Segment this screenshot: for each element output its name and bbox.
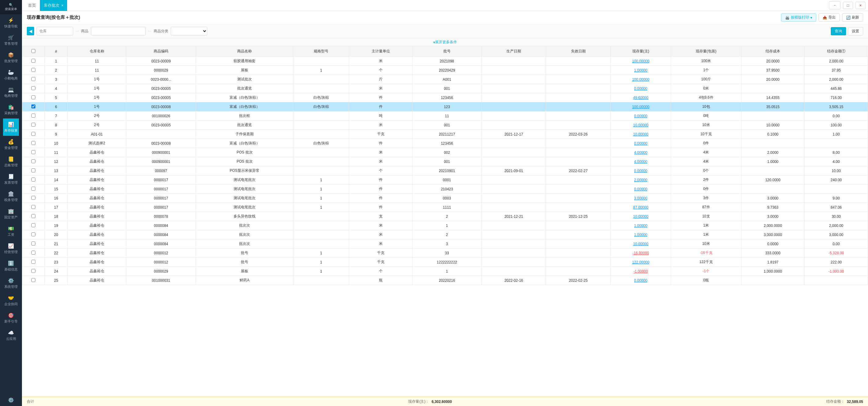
sidebar-settings[interactable]: ⚙️ (0, 394, 22, 406)
row-checkbox-6[interactable] (31, 113, 35, 117)
row-checkbox-3[interactable] (31, 86, 35, 90)
warehouse-filter[interactable] (37, 27, 73, 35)
sidebar-item-4[interactable]: 💻 电商管理 (3, 84, 19, 101)
row-checkbox-5[interactable] (31, 104, 35, 108)
table-row[interactable]: 14晶鑫裕仓0000017测试电笔批次1件00012.000002件120.00… (22, 175, 868, 184)
sidebar-item-12[interactable]: 💵 工资 (3, 223, 19, 240)
sidebar-item-11[interactable]: 🏢 固定资产 (3, 205, 19, 223)
filter-collapse-btn[interactable]: ◀ (27, 27, 34, 35)
table-row[interactable]: 51号0023-00005富减（白色/灰棕）白色/灰棕件12345649.600… (22, 93, 868, 102)
cell-qty-main-17[interactable]: 10.00000 (610, 212, 671, 221)
table-row[interactable]: 9A01-01子件保质期千克202112172021-12-172022-03-… (22, 130, 868, 139)
row-checkbox-21[interactable] (31, 251, 35, 255)
row-checkbox-20[interactable] (31, 241, 35, 245)
cell-qty-main-6[interactable]: 0.00000 (610, 111, 671, 121)
cell-qty-main-1[interactable]: 1.00000 (610, 66, 671, 75)
row-checkbox-14[interactable] (31, 187, 35, 191)
cell-qty-main-11[interactable]: 4.00000 (610, 157, 671, 166)
table-row[interactable]: 23晶鑫裕仓0000012批号1千克1222222222122.00000122… (22, 258, 868, 267)
table-row[interactable]: 72号001000026批次框吨110.000000吨0.00 (22, 111, 868, 121)
cell-checkbox-20[interactable] (22, 239, 45, 248)
cell-checkbox-3[interactable] (22, 84, 45, 93)
row-checkbox-9[interactable] (31, 141, 35, 145)
cell-checkbox-12[interactable] (22, 166, 45, 175)
cell-qty-main-8[interactable]: 10.00000 (610, 130, 671, 139)
cell-qty-main-5[interactable]: 100.00000 (610, 102, 671, 111)
cell-qty-main-15[interactable]: 3.00000 (610, 194, 671, 203)
window-close[interactable]: × (856, 2, 866, 9)
settings-btn[interactable]: 设置 (848, 27, 863, 35)
cell-qty-main-2[interactable]: 100.00000 (610, 75, 671, 84)
search-btn[interactable]: 查询 (831, 27, 846, 35)
sidebar-item-10[interactable]: 🏛️ 税务管理 (3, 188, 19, 205)
cell-qty-main-23[interactable]: -1.00000 (610, 267, 671, 276)
cell-checkbox-8[interactable] (22, 130, 45, 139)
table-row[interactable]: 18晶鑫裕仓0000078多头异色纹线支22021-12-212021-12-2… (22, 212, 868, 221)
sidebar-item-6[interactable]: 📊 库存核算 (3, 119, 19, 136)
table-row[interactable]: 19晶鑫裕仓0000084批次次米11.000001米2,000.00002,0… (22, 221, 868, 230)
export-btn[interactable]: 📤 导出 (818, 13, 840, 22)
sidebar-item-2[interactable]: 📦 批发管理 (3, 49, 19, 66)
cell-qty-main-16[interactable]: 87.00000 (610, 203, 671, 212)
cell-qty-main-7[interactable]: 10.00000 (610, 121, 671, 130)
cell-checkbox-19[interactable] (22, 230, 45, 239)
table-row[interactable]: 31号0023-0000...测试批次斤A001100.00000100斤20.… (22, 75, 868, 84)
cell-qty-main-4[interactable]: 49.60000 (610, 93, 671, 102)
window-minimize[interactable]: － (829, 1, 841, 9)
table-row[interactable]: 17晶鑫裕仓0000017测试电笔批次1件111187.0000087件9.73… (22, 203, 868, 212)
cell-qty-main-9[interactable]: 0.00000 (610, 139, 671, 148)
table-row[interactable]: 10测试选择20023-00008富减（白色/灰棕）白色/灰棕件1234560.… (22, 139, 868, 148)
row-checkbox-16[interactable] (31, 205, 35, 209)
cell-qty-main-20[interactable]: 10.00000 (610, 239, 671, 248)
cell-qty-main-24[interactable]: 0.00000 (610, 276, 671, 285)
table-row[interactable]: 12晶鑫裕仓000900001POS 批次米0014.000004米1.0000… (22, 157, 868, 166)
table-row[interactable]: 2110000029展板1个202204291.000001个37.950037… (22, 66, 868, 75)
row-checkbox-7[interactable] (31, 123, 35, 127)
row-checkbox-11[interactable] (31, 159, 35, 163)
cell-checkbox-13[interactable] (22, 175, 45, 184)
cell-checkbox-23[interactable] (22, 267, 45, 276)
cell-qty-main-0[interactable]: 100.00000 (610, 57, 671, 66)
row-checkbox-22[interactable] (31, 260, 35, 264)
cell-checkbox-7[interactable] (22, 121, 45, 130)
row-checkbox-17[interactable] (31, 214, 35, 218)
cell-checkbox-6[interactable] (22, 111, 45, 121)
table-row[interactable]: 61号0023-00008富减（白色/灰棕）白色/灰棕件123100.00000… (22, 102, 868, 111)
row-checkbox-24[interactable] (31, 278, 35, 282)
sidebar-item-14[interactable]: ℹ️ 基础信息 (3, 257, 19, 275)
sidebar-item-16[interactable]: 🤝 企业协同 (3, 292, 19, 309)
row-checkbox-13[interactable] (31, 177, 35, 181)
cell-checkbox-16[interactable] (22, 203, 45, 212)
row-checkbox-0[interactable] (31, 59, 35, 63)
cell-checkbox-24[interactable] (22, 276, 45, 285)
sidebar-item-18[interactable]: ☁️ 云应用 (3, 327, 19, 344)
cell-checkbox-18[interactable] (22, 221, 45, 230)
cell-checkbox-11[interactable] (22, 157, 45, 166)
row-checkbox-10[interactable] (31, 150, 35, 154)
print-btn[interactable]: 🖨️ 按模版打印 ▾ (781, 13, 816, 22)
table-row[interactable]: 1110023-00009软胶通用袖套米2021098100.00000100米… (22, 57, 868, 66)
cell-checkbox-0[interactable] (22, 57, 45, 66)
cell-checkbox-21[interactable] (22, 248, 45, 258)
goods-filter[interactable] (91, 27, 146, 35)
cell-checkbox-15[interactable] (22, 194, 45, 203)
cell-qty-main-18[interactable]: 1.00000 (610, 221, 671, 230)
cell-checkbox-22[interactable] (22, 258, 45, 267)
sidebar-item-3[interactable]: 🦢 小鹅电商 (3, 66, 19, 84)
cell-qty-main-13[interactable]: 2.00000 (610, 175, 671, 184)
table-row[interactable]: 20晶鑫裕仓0000084批次次米21.000001米3,000.00003,0… (22, 230, 868, 239)
filter-expand-btn[interactable]: ▾ 展开更多条件 (22, 38, 868, 46)
cell-checkbox-1[interactable] (22, 66, 45, 75)
cell-checkbox-4[interactable] (22, 93, 45, 102)
sidebar-item-7[interactable]: 💰 资金管理 (3, 136, 19, 153)
cell-checkbox-10[interactable] (22, 148, 45, 157)
tab-home[interactable]: 首页 (24, 0, 40, 11)
sidebar-item-9[interactable]: 🧾 发票管理 (3, 171, 19, 188)
table-row[interactable]: 21晶鑫裕仓0000084批次次米310.0000010米0.00000.00 (22, 239, 868, 248)
cell-checkbox-17[interactable] (22, 212, 45, 221)
cell-qty-main-12[interactable]: 0.00000 (610, 166, 671, 175)
cell-checkbox-14[interactable] (22, 184, 45, 194)
row-checkbox-23[interactable] (31, 269, 35, 273)
tab-close-icon[interactable]: × (61, 3, 63, 8)
table-row[interactable]: 16晶鑫裕仓0000017测试电笔批次1件00033.000003件3.0000… (22, 194, 868, 203)
